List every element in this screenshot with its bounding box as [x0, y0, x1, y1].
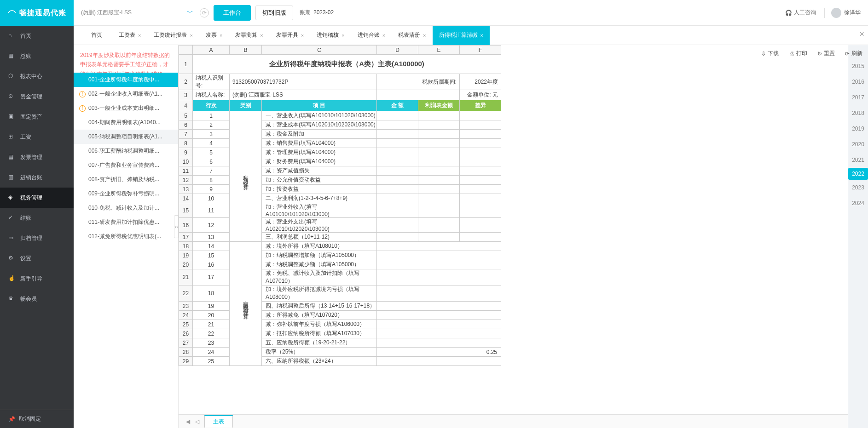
tab-0[interactable]: 工资表× — [112, 26, 147, 45]
nav-item-10[interactable]: ▭归档管理 — [0, 228, 74, 248]
tab-2[interactable]: 发票× — [199, 26, 229, 45]
logo: 畅捷通易代账 — [0, 0, 74, 26]
sidebar: 畅捷通易代账 ⌂首页▦总账⬡报表中心⊙资金管理▣固定资产⊞工资▤发票管理▥进销台… — [0, 0, 74, 428]
sublist-item-2[interactable]: !003-一般企业成本支出明细... — [74, 101, 178, 115]
sublist-item-11[interactable]: 012-减免所得税优惠明细表(... — [74, 229, 178, 244]
tab-close-icon[interactable]: × — [190, 33, 192, 38]
nav-icon: ▭ — [8, 234, 16, 242]
nav-item-6[interactable]: ▤发票管理 — [0, 147, 74, 167]
tabs: 首页工资表×工资统计报表×发票×发票测算×发票开具×进销稽核×进销台账×税表清册… — [74, 26, 868, 45]
year-2021[interactable]: 2021 — [850, 152, 866, 168]
sheet-prev-1[interactable]: ◁ — [192, 418, 202, 425]
tab-close-icon[interactable]: × — [301, 33, 304, 38]
year-2015[interactable]: 2015 — [850, 58, 866, 74]
tab-close-icon[interactable]: × — [423, 33, 426, 38]
nav-icon: ▤ — [8, 154, 16, 161]
nav: ⌂首页▦总账⬡报表中心⊙资金管理▣固定资产⊞工资▤发票管理▥进销台账◈税务管理✓… — [0, 26, 74, 410]
sublist-item-4[interactable]: 005-纳税调整项目明细表(A1... — [74, 130, 178, 144]
nav-item-9[interactable]: ✓结账 — [0, 208, 74, 228]
nav-item-3[interactable]: ⊙资金管理 — [0, 86, 74, 107]
nav-item-12[interactable]: ☝新手引导 — [0, 268, 74, 289]
close-all-tabs[interactable]: × — [859, 29, 864, 39]
nav-item-11[interactable]: ⚙设置 — [0, 248, 74, 268]
nav-item-1[interactable]: ▦总账 — [0, 46, 74, 66]
spreadsheet: ‹‹ ABCDEF1企业所得税年度纳税申报表（A类）主表(A100000)2纳税… — [179, 45, 848, 428]
tab-close-icon[interactable]: × — [220, 33, 222, 38]
tab-7[interactable]: 税表清册× — [392, 26, 432, 45]
nav-icon: ▦ — [8, 52, 16, 60]
headset-icon: 🎧 — [785, 10, 792, 16]
tab-close-icon[interactable]: × — [382, 33, 385, 38]
tab-4[interactable]: 发票开具× — [270, 26, 310, 45]
nav-icon: ♛ — [8, 295, 16, 302]
nav-item-5[interactable]: ⊞工资 — [0, 127, 74, 147]
tab-close-icon[interactable]: × — [138, 33, 141, 38]
nav-icon: ⚙ — [8, 255, 16, 262]
tab-1[interactable]: 工资统计报表× — [147, 26, 199, 45]
topbar: (勿删) 江西服宝-LSS ﹀ ⟳ 工作台 切到旧版 账期2023-02 🎧人工… — [74, 0, 868, 26]
tab-close-icon[interactable]: × — [480, 33, 483, 38]
sheet-prev[interactable]: ◀ — [183, 418, 192, 425]
sublist-item-9[interactable]: 010-免税、减计收入及加计... — [74, 201, 178, 215]
tab-5[interactable]: 进销稽核× — [310, 26, 351, 45]
sublist-item-7[interactable]: 008-资产折旧、摊销及纳税... — [74, 172, 178, 187]
sublist-item-5[interactable]: 006-职工薪酬纳税调整明细... — [74, 144, 178, 158]
nav-icon: ◈ — [8, 194, 16, 201]
year-2024[interactable]: 2024 — [850, 195, 866, 211]
sublist-item-3[interactable]: 004-期间费用明细表(A1040... — [74, 115, 178, 130]
year-2023[interactable]: 2023 — [850, 180, 866, 195]
sheet-tab-main[interactable]: 主表 — [204, 415, 233, 428]
nav-icon: ⌂ — [8, 32, 16, 40]
nav-icon: ▣ — [8, 113, 16, 120]
nav-icon: ▥ — [8, 174, 16, 181]
nav-item-2[interactable]: ⬡报表中心 — [0, 66, 74, 86]
sheet-tabs: ◀ ◁ 主表 — [179, 414, 848, 428]
year-2017[interactable]: 2017 — [850, 90, 866, 105]
nav-icon: ☝ — [8, 275, 16, 282]
tab-home[interactable]: 首页 — [81, 26, 112, 45]
tab-6[interactable]: 进销台账× — [351, 26, 392, 45]
nav-item-4[interactable]: ▣固定资产 — [0, 107, 74, 127]
warning-icon: ! — [79, 105, 86, 112]
nav-item-0[interactable]: ⌂首页 — [0, 26, 74, 46]
unpin-button[interactable]: 📌 取消固定 — [0, 410, 74, 428]
nav-icon: ⊞ — [8, 133, 16, 141]
nav-icon: ⬡ — [8, 73, 16, 80]
avatar — [831, 8, 841, 18]
sublist-item-1[interactable]: !002-一般企业收入明细表(A1... — [74, 87, 178, 101]
nav-item-7[interactable]: ▥进销台账 — [0, 167, 74, 188]
switch-old-button[interactable]: 切到旧版 — [255, 6, 293, 20]
nav-item-8[interactable]: ◈税务管理 — [0, 188, 74, 208]
nav-item-13[interactable]: ♛畅会员 — [0, 289, 74, 309]
year-2022[interactable]: 2022 — [848, 168, 868, 180]
nav-icon: ⊙ — [8, 93, 16, 100]
year-2016[interactable]: 2016 — [850, 74, 866, 90]
year-2019[interactable]: 2019 — [850, 121, 866, 137]
warning-text: 2019年度涉及取以前年度结转数据的申报表单元格需要手工维护正确，才能保证本年及… — [74, 45, 178, 73]
workspace-button[interactable]: 工作台 — [214, 5, 251, 21]
collapse-sublist-button[interactable]: ‹‹ — [174, 215, 179, 238]
year-2020[interactable]: 2020 — [850, 137, 866, 152]
account-selector[interactable]: (勿删) 江西服宝-LSS ﹀ — [81, 9, 193, 17]
chevron-down-icon: ﹀ — [187, 9, 193, 17]
tab-close-icon[interactable]: × — [260, 33, 263, 38]
year-2018[interactable]: 2018 — [850, 105, 866, 121]
report-sublist: 2019年度涉及取以前年度结转数据的申报表单元格需要手工维护正确，才能保证本年及… — [74, 45, 179, 428]
nav-icon: ✓ — [8, 214, 16, 222]
sublist-item-8[interactable]: 009-企业所得税弥补亏损明... — [74, 187, 178, 201]
warning-icon: ! — [79, 91, 86, 97]
pin-icon: 📌 — [8, 416, 15, 422]
year-strip: ︿ 20152016201720182019202020212022202320… — [848, 45, 868, 428]
support-link[interactable]: 🎧人工咨询 — [785, 9, 816, 17]
tab-8[interactable]: 所得税汇算清缴× — [433, 26, 490, 45]
clock-icon[interactable]: ⟳ — [200, 8, 209, 17]
tab-close-icon[interactable]: × — [341, 33, 344, 38]
sublist-item-6[interactable]: 007-广告费和业务宣传费跨... — [74, 158, 178, 172]
user-menu[interactable]: 徐泽华 — [824, 8, 861, 18]
sublist-item-0[interactable]: 001-企业所得税年度纳税申... — [74, 73, 178, 87]
sublist-item-10[interactable]: 011-研发费用加计扣除优惠... — [74, 215, 178, 229]
tab-3[interactable]: 发票测算× — [229, 26, 269, 45]
